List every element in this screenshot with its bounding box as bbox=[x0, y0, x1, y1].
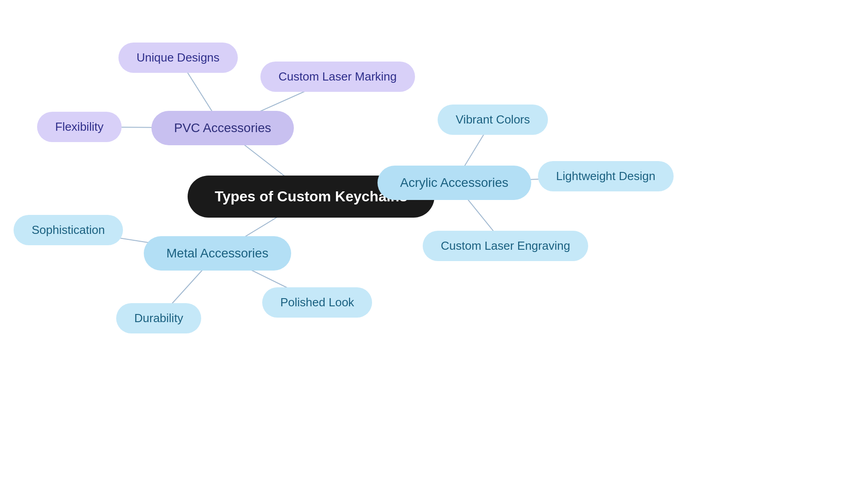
flexibility-label: Flexibility bbox=[55, 120, 104, 134]
flexibility-node[interactable]: Flexibility bbox=[37, 112, 122, 142]
sophistication-label: Sophistication bbox=[32, 223, 105, 237]
durability-node[interactable]: Durability bbox=[116, 303, 201, 333]
vibrant-colors-label: Vibrant Colors bbox=[456, 113, 530, 127]
custom-laser-engraving-node[interactable]: Custom Laser Engraving bbox=[423, 231, 588, 261]
unique-designs-label: Unique Designs bbox=[137, 51, 220, 65]
lightweight-design-node[interactable]: Lightweight Design bbox=[538, 161, 674, 191]
acrylic-node[interactable]: Acrylic Accessories bbox=[377, 166, 531, 200]
lightweight-design-label: Lightweight Design bbox=[556, 169, 656, 183]
acrylic-label: Acrylic Accessories bbox=[400, 176, 509, 190]
center-label: Types of Custom Keychains bbox=[215, 188, 407, 205]
sophistication-node[interactable]: Sophistication bbox=[14, 215, 123, 245]
polished-look-node[interactable]: Polished Look bbox=[262, 287, 372, 318]
custom-laser-engraving-label: Custom Laser Engraving bbox=[441, 239, 570, 253]
durability-label: Durability bbox=[134, 311, 183, 325]
pvc-label: PVC Accessories bbox=[174, 121, 271, 135]
polished-look-label: Polished Look bbox=[280, 295, 354, 309]
metal-label: Metal Accessories bbox=[166, 246, 269, 261]
metal-node[interactable]: Metal Accessories bbox=[144, 236, 291, 271]
custom-laser-marking-node[interactable]: Custom Laser Marking bbox=[260, 62, 415, 92]
unique-designs-node[interactable]: Unique Designs bbox=[118, 43, 238, 73]
vibrant-colors-node[interactable]: Vibrant Colors bbox=[438, 105, 548, 135]
pvc-node[interactable]: PVC Accessories bbox=[151, 111, 294, 145]
custom-laser-marking-label: Custom Laser Marking bbox=[278, 70, 397, 84]
